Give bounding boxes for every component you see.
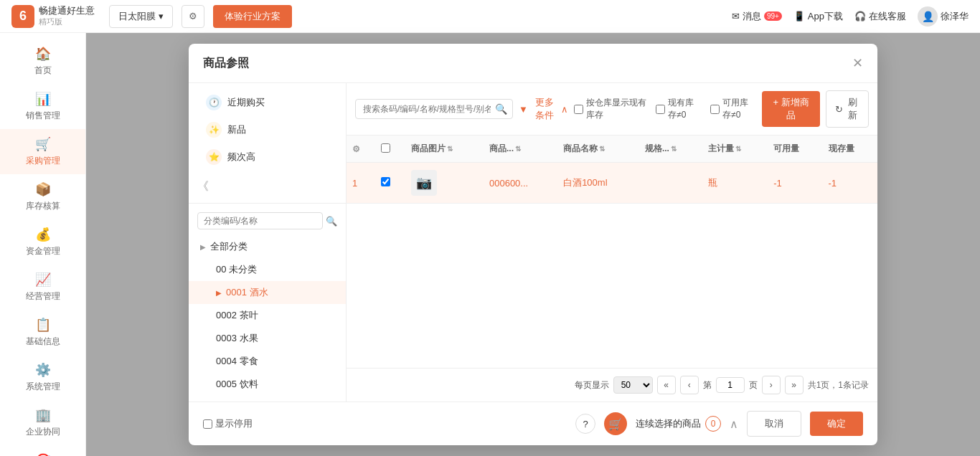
sidebar-item-operation[interactable]: 📈经营管理 <box>0 265 85 310</box>
product-search-wrap: 🔍 <box>355 99 513 119</box>
page-number-input[interactable] <box>716 377 745 393</box>
col-stock: 现存量 <box>823 136 877 163</box>
sidebar-icon-inventory: 📦 <box>35 181 51 197</box>
checkbox-warehouse[interactable] <box>574 105 583 114</box>
selected-count-badge: 0 <box>705 416 721 432</box>
sidebar-item-finance[interactable]: 💰资金管理 <box>0 219 85 265</box>
tree-item-0005[interactable]: 0005 饮料 <box>189 373 346 396</box>
logo-icon: 6 <box>11 5 34 28</box>
checkbox-warehouse-label[interactable]: 按仓库显示现有库存 <box>574 97 647 121</box>
sidebar-item-system[interactable]: ⚙️系统管理 <box>0 355 85 400</box>
messages-badge: 99+ <box>764 11 782 21</box>
sidebar-icon-home: 🏠 <box>35 46 51 62</box>
checkbox-usable-ne0-text: 可用库存≠0 <box>722 97 756 121</box>
cart-icon[interactable]: 🛒 <box>604 412 627 435</box>
sidebar-icon-sales: 📊 <box>35 91 51 107</box>
messages-button[interactable]: ✉ 消息 99+ <box>732 10 782 23</box>
product-search-input[interactable] <box>355 99 513 119</box>
select-all-checkbox[interactable] <box>381 143 390 153</box>
col-unit: 主计量⇅ <box>702 136 768 163</box>
sidebar-item-home[interactable]: 🏠首页 <box>0 39 85 84</box>
show-disabled-checkbox[interactable] <box>203 419 212 429</box>
sidebar-item-basic[interactable]: 📋基础信息 <box>0 310 85 355</box>
product-search-icon[interactable]: 🔍 <box>495 103 507 115</box>
tree-arrow-all: ▶ <box>200 243 206 251</box>
refresh-button[interactable]: ↻ 刷新 <box>826 90 869 128</box>
next-page-button[interactable]: › <box>762 376 781 394</box>
category-search-icon[interactable]: 🔍 <box>326 216 337 227</box>
main-layout: 🏠首页📊销售管理🛒采购管理📦库存核算💰资金管理📈经营管理📋基础信息⚙️系统管理🏢… <box>0 33 980 456</box>
chevron-up-icon: ∧ <box>561 104 568 115</box>
quick-items: 🕐近期购买✨新品⭐频次高 <box>197 89 337 171</box>
modal-close-button[interactable]: ✕ <box>852 55 863 71</box>
quick-item-frequent[interactable]: ⭐频次高 <box>197 143 337 171</box>
add-product-button[interactable]: + 新增商品 <box>762 91 820 127</box>
quick-icon-recent: 🕐 <box>206 95 222 110</box>
row-checkbox-0[interactable] <box>381 177 390 186</box>
col-code: 商品...⇅ <box>484 136 557 163</box>
first-page-button[interactable]: « <box>657 376 676 394</box>
collapse-left-panel-button[interactable]: 《 <box>194 176 212 197</box>
sidebar-icon-basic: 📋 <box>35 317 51 333</box>
confirm-button[interactable]: 确定 <box>810 412 863 436</box>
sidebar-item-enterprise[interactable]: 🏢企业协同 <box>0 400 85 445</box>
show-disabled-label[interactable]: 显示停用 <box>203 417 253 430</box>
trial-button[interactable]: 体验行业方案 <box>213 5 292 28</box>
tree-item-0004[interactable]: 0004 零食 <box>189 350 346 373</box>
quick-select-section: 🕐近期购买✨新品⭐频次高 <box>189 89 346 176</box>
tree-item-all[interactable]: ▶全部分类 <box>189 235 346 258</box>
checkbox-available-ne0[interactable] <box>656 105 665 114</box>
tree-item-00[interactable]: 00 未分类 <box>189 258 346 281</box>
more-conditions-button[interactable]: ▼ 更多条件 ∧ <box>519 96 568 122</box>
col-available-label: 可用量 <box>773 143 799 153</box>
sidebar-item-purchase[interactable]: 🛒采购管理 <box>0 129 85 174</box>
sidebar-label-home: 首页 <box>34 65 52 77</box>
sort-unit-icon: ⇅ <box>735 145 741 153</box>
table-row[interactable]: 1 📷 000600... 白酒100ml 瓶 -1 -1 <box>347 163 877 204</box>
prev-page-button[interactable]: ‹ <box>680 376 699 394</box>
logo-brand: 畅捷通好生意 <box>39 5 95 17</box>
sidebar-item-sales[interactable]: 📊销售管理 <box>0 84 85 129</box>
sidebar-label-inventory: 库存核算 <box>26 200 60 212</box>
table-body: 1 📷 000600... 白酒100ml 瓶 -1 -1 <box>347 163 877 204</box>
sidebar-label-finance: 资金管理 <box>26 245 60 257</box>
left-panel: 🕐近期购买✨新品⭐频次高 《 🔍 ▶全部分类00 未分类▶0001 酒水0002… <box>189 83 347 402</box>
settings-icon[interactable]: ⚙ <box>182 5 204 28</box>
collapse-footer-icon[interactable]: ∧ <box>730 417 738 431</box>
help-button[interactable]: ? <box>575 414 595 434</box>
checkbox-usable-ne0-label[interactable]: 可用库存≠0 <box>710 97 756 121</box>
app-download-button[interactable]: 📱 App下载 <box>793 10 843 23</box>
divider <box>189 203 346 204</box>
table-settings-icon[interactable]: ⚙ <box>352 144 360 154</box>
checkbox-usable-ne0[interactable] <box>710 105 720 114</box>
tree-item-0002[interactable]: 0002 茶叶 <box>189 304 346 327</box>
col-gear[interactable]: ⚙ <box>347 136 375 163</box>
user-avatar[interactable]: 👤 徐泽华 <box>918 6 969 27</box>
tree-item-0003[interactable]: 0003 水果 <box>189 327 346 350</box>
continuous-select-area: 连续选择的商品 0 <box>636 416 721 432</box>
cell-spec-0 <box>639 163 702 204</box>
table-header: ⚙ 商品图片⇅ 商品...⇅ 商品名称⇅ 规格...⇅ 主计量⇅ 可用量 现存 <box>347 136 877 163</box>
sidebar-label-purchase: 采购管理 <box>26 155 60 167</box>
nav-dropdown-store[interactable]: 日太阳膜 ▾ <box>109 5 173 28</box>
tree-item-0001[interactable]: ▶0001 酒水 <box>189 281 346 304</box>
product-reference-modal: 商品参照 ✕ 🕐近期购买✨新品⭐频次高 《 🔍 <box>189 44 877 445</box>
sort-code-icon: ⇅ <box>515 145 521 153</box>
tree-label-0001: 0001 酒水 <box>226 286 268 299</box>
cancel-button[interactable]: 取消 <box>747 411 801 437</box>
category-search-input[interactable] <box>197 212 323 229</box>
product-table-wrap: ⚙ 商品图片⇅ 商品...⇅ 商品名称⇅ 规格...⇅ 主计量⇅ 可用量 现存 <box>347 136 877 368</box>
tree-label-0004: 0004 零食 <box>216 355 258 368</box>
sidebar-item-inventory[interactable]: 📦库存核算 <box>0 174 85 219</box>
quick-icon-new: ✨ <box>206 122 222 138</box>
last-page-button[interactable]: » <box>785 376 804 394</box>
messages-label: 消息 <box>743 10 761 23</box>
sidebar-item-guide[interactable]: 🎯新手引导 <box>0 445 85 456</box>
sidebar-label-sales: 销售管理 <box>26 110 60 122</box>
cell-checkbox-0[interactable] <box>375 163 406 204</box>
page-size-select[interactable]: 50 10 20 100 <box>613 376 653 394</box>
quick-item-recent[interactable]: 🕐近期购买 <box>197 89 337 116</box>
checkbox-available-ne0-label[interactable]: 现有库存≠0 <box>656 97 702 121</box>
quick-item-new[interactable]: ✨新品 <box>197 116 337 143</box>
online-service-button[interactable]: 🎧 在线客服 <box>854 10 906 23</box>
